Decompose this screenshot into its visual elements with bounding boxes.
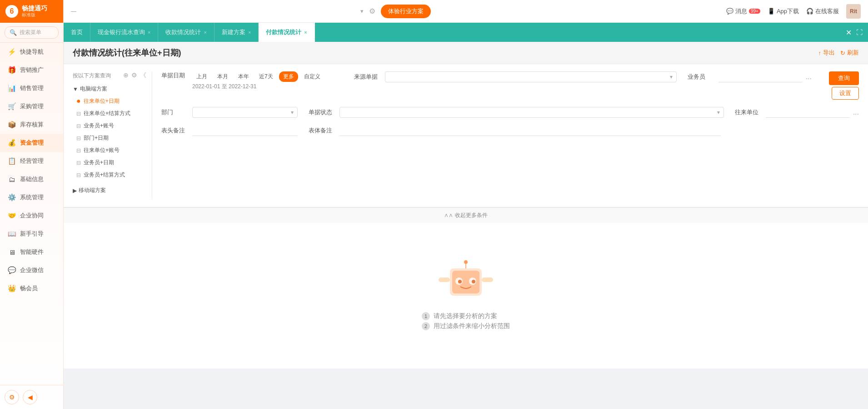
filter-settings-btn[interactable]: 设置 [832,87,859,100]
topbar-breadcrumb: — [71,8,355,15]
service-icon: 🎧 [806,8,813,15]
trial-btn[interactable]: 体验行业方案 [381,5,431,18]
user-avatar[interactable]: Rit [846,4,861,19]
scheme-item-salesman-account[interactable]: ⊟ 业务员+账号 [73,120,146,132]
sidebar-search[interactable]: 🔍 搜索菜单 [0,23,63,43]
table-header-note-input-area[interactable] [192,125,298,136]
search-input-area[interactable]: 🔍 搜索菜单 [5,26,59,39]
sidebar-logo: 6 畅捷通巧 标准版 [0,0,63,23]
tab-payment[interactable]: 付款情况统计 × [259,23,314,42]
table-body-note-input-area[interactable] [339,125,721,136]
sidebar-item-sales[interactable]: 📊 销售管理 [0,79,63,97]
sidebar-item-vip[interactable]: 👑 畅会员 [0,279,63,298]
scheme-section-mobile: ▶ 移动端方案 [73,185,146,196]
sidebar-item-weixin[interactable]: 💬 企业微信 [0,261,63,279]
bill-status-select[interactable]: ▾ [339,107,724,118]
sidebar-item-capital[interactable]: 💰 资金管理 [0,134,63,152]
inventory-icon: 📦 [7,120,16,129]
page-title: 付款情况统计(往来单位+日期) [73,47,181,58]
export-btn[interactable]: ↑ 导出 [818,49,835,57]
sidebar: 6 畅捷通巧 标准版 🔍 搜索菜单 ⚡ 快捷导航 🎁 营销推广 📊 销售管理 🛒… [0,0,64,409]
sidebar-item-inventory[interactable]: 📦 库存核算 [0,116,63,134]
date-btn-this-month[interactable]: 本月 [213,71,232,82]
topbar-dropdown-icon[interactable]: ▾ [360,8,364,15]
empty-step-1: 1 请先选择要分析的方案 [422,312,510,320]
sales-icon: 📊 [7,84,16,93]
scheme-collapse-btn[interactable]: 《 [140,71,146,80]
empty-texts: 1 请先选择要分析的方案 2 用过滤条件来缩小分析范围 [422,310,510,332]
sidebar-item-basic[interactable]: 🗂 基础信息 [0,170,63,188]
tab-close-collection[interactable]: × [204,30,206,35]
sidebar-item-enterprise[interactable]: 🤝 企业协同 [0,207,63,225]
dept-select[interactable]: ▾ [192,107,298,118]
sidebar-item-operations[interactable]: 📋 经营管理 [0,152,63,170]
svg-point-7 [464,260,468,264]
tab-close-bank-flow[interactable]: × [148,30,150,35]
refresh-btn[interactable]: ↻ 刷新 [840,49,859,57]
scheme-item-partner-settlement[interactable]: ⊟ 往来单位+结算方式 [73,107,146,120]
scheme-settings-btn[interactable]: ⚙ [131,71,137,80]
sidebar-settings-btn[interactable]: ⚙ [5,390,19,404]
basic-icon: 🗂 [7,175,16,184]
date-btn-this-year[interactable]: 本年 [234,71,253,82]
scheme-add-btn[interactable]: ⊕ [123,71,129,80]
sidebar-collapse-btn[interactable]: ◀ [23,390,37,404]
logo-text: 畅捷通巧 标准版 [22,5,47,19]
tab-maximize-icon[interactable]: ⛶ [856,29,863,36]
salesman-input[interactable] [718,71,802,82]
tab-new-scheme[interactable]: 新建方案 × [215,23,259,42]
sidebar-bottom: ⚙ ◀ [0,385,63,409]
online-service-btn[interactable]: 🎧 在线客服 [806,7,839,15]
sidebar-item-guide[interactable]: 📖 新手引导 [0,225,63,243]
date-btn-more[interactable]: 更多 [279,71,298,82]
date-btn-last-month[interactable]: 上月 [192,71,211,82]
chevron-right-icon: ▶ [73,187,77,194]
table-icon-3: ⊟ [76,160,81,166]
tab-close-all-icon[interactable]: ✕ [846,28,852,37]
tabbar-controls: ✕ ⛶ [840,23,868,42]
collapse-more-btn[interactable]: ∧∧ 收起更多条件 [64,207,868,223]
scheme-query-label: 按以下方案查询 [73,72,111,80]
date-btn-custom[interactable]: 自定义 [300,71,324,82]
refresh-icon: ↻ [840,50,845,56]
sidebar-item-purchase[interactable]: 🛒 采购管理 [0,97,63,116]
search-icon: 🔍 [10,29,17,36]
partner-input[interactable] [766,107,849,118]
app-download-btn[interactable]: 📱 App下载 [768,7,799,15]
filter-row-1: 单据日期 上月 本月 本年 近7天 更多 自定义 20 [161,71,859,100]
step-num-1: 1 [422,312,430,320]
tab-close-new-scheme[interactable]: × [248,30,251,35]
main-content: 按以下方案查询 ⊕ ⚙ 《 ▼ 电脑端方案 [64,64,868,369]
scheme-item-dept-date[interactable]: ⊟ 部门+日期 [73,132,146,144]
date-btn-last-7[interactable]: 近7天 [255,71,277,82]
scheme-item-salesman-settlement[interactable]: ⊟ 业务员+结算方式 [73,169,146,181]
tab-collection[interactable]: 收款情况统计 × [158,23,214,42]
sidebar-item-marketing[interactable]: 🎁 营销推广 [0,61,63,79]
sidebar-item-hardware[interactable]: 🖥 智能硬件 [0,243,63,261]
sidebar-item-system[interactable]: ⚙️ 系统管理 [0,188,63,207]
table-icon-1: ⊟ [76,123,81,129]
query-panel: 按以下方案查询 ⊕ ⚙ 《 ▼ 电脑端方案 [64,64,868,207]
topbar: — ▾ ⚙ 体验行业方案 💬 消息 99+ 📱 App下载 🎧 在线客服 Rit [64,0,868,23]
scheme-section-mobile-title[interactable]: ▶ 移动端方案 [73,185,146,196]
tab-home[interactable]: 首页 [64,23,90,42]
step-num-2: 2 [422,322,430,330]
tab-close-payment[interactable]: × [304,30,307,35]
source-select[interactable]: ▾ [385,71,677,82]
svg-rect-9 [482,278,493,282]
query-btn[interactable]: 查询 [829,71,859,85]
date-filter-group: 单据日期 上月 本月 本年 近7天 更多 自定义 20 [161,71,343,91]
partner-more-btn[interactable]: ... [853,108,859,116]
filter-row-3: 表头备注 表体备注 [161,125,859,136]
topbar-settings-icon[interactable]: ⚙ [369,7,375,15]
salesman-more-btn[interactable]: ... [806,73,812,81]
sidebar-item-quick-nav[interactable]: ⚡ 快捷导航 [0,43,63,61]
scheme-item-partner-date[interactable]: ● 往来单位+日期 [73,95,146,107]
scheme-item-partner-account[interactable]: ⊟ 往来单位+账号 [73,144,146,157]
scheme-section-pc-title[interactable]: ▼ 电脑端方案 [73,83,146,95]
table-header-note-label: 表头备注 [161,126,189,135]
table-icon-2: ⊟ [76,135,81,141]
scheme-item-salesman-date[interactable]: ⊟ 业务员+日期 [73,157,146,169]
message-btn[interactable]: 💬 消息 99+ [726,7,760,15]
tab-bank-flow[interactable]: 现金银行流水查询 × [90,23,158,42]
